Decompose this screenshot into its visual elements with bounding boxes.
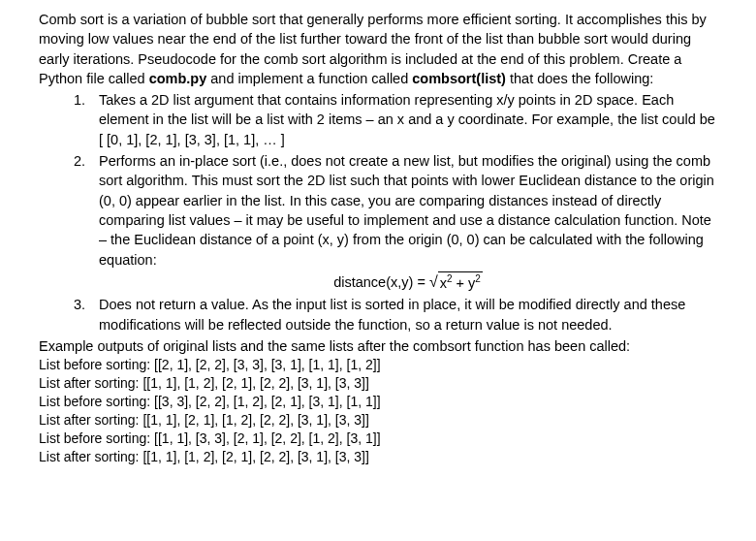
item-text: Performs an in-place sort (i.e., does no…: [99, 153, 714, 267]
example-line: List before sorting: [[3, 3], [2, 2], [1…: [39, 393, 717, 411]
example-line: List before sorting: [[1, 1], [3, 3], [2…: [39, 430, 717, 448]
item-text: Takes a 2D list argument that contains i…: [99, 92, 715, 147]
list-item: 1. Takes a 2D list argument that contain…: [99, 90, 717, 149]
intro-paragraph: Comb sort is a variation of bubble sort …: [39, 10, 717, 88]
formula-left: distance(x,y) =: [333, 274, 429, 290]
example-line: List before sorting: [[2, 1], [2, 2], [3…: [39, 356, 717, 374]
item-number: 2.: [74, 151, 85, 171]
intro-text-b: and implement a function called: [206, 71, 412, 86]
item-text: Does not return a value. As the input li…: [99, 297, 685, 332]
example-line: List after sorting: [[1, 1], [2, 1], [1,…: [39, 411, 717, 430]
requirements-list: 1. Takes a 2D list argument that contain…: [39, 90, 717, 334]
sqrt-body: x2 + y2: [438, 271, 483, 293]
list-item: 2. Performs an in-place sort (i.e., does…: [99, 151, 717, 293]
x-term: x: [440, 275, 447, 291]
intro-text-c: that does the following:: [506, 71, 653, 86]
filename-bold: comb.py: [149, 71, 207, 86]
funcname-bold: combsort(list): [412, 71, 506, 86]
plus-y: + y: [452, 275, 475, 291]
distance-formula: distance(x,y) = √x2 + y2: [99, 271, 717, 293]
example-line: List after sorting: [[1, 1], [1, 2], [2,…: [39, 448, 717, 466]
sqrt-expression: √x2 + y2: [429, 271, 483, 293]
item-number: 3.: [74, 295, 85, 314]
list-item: 3. Does not return a value. As the input…: [99, 295, 717, 334]
sqrt-icon: √: [429, 271, 438, 293]
y-exponent: 2: [475, 273, 481, 284]
example-line: List after sorting: [[1, 1], [1, 2], [2,…: [39, 374, 717, 393]
examples-heading: Example outputs of original lists and th…: [39, 336, 717, 356]
item-number: 1.: [74, 90, 85, 110]
